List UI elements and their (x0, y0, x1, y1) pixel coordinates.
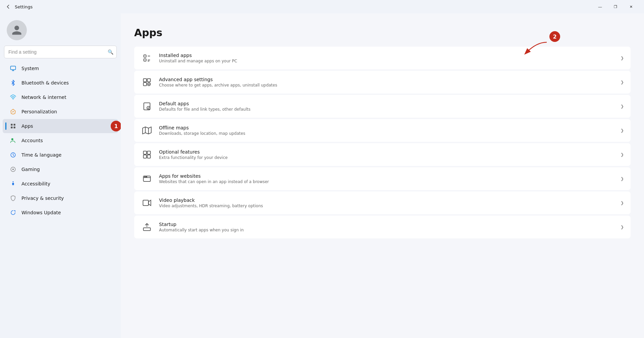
settings-item-advanced-app-settings[interactable]: Advanced app settings Choose where to ge… (134, 71, 631, 94)
optional-features-title: Optional features (159, 149, 614, 155)
main-layout: 🔍 System Bluetooth & devices (0, 13, 644, 338)
svg-rect-18 (144, 82, 147, 86)
sidebar-item-privacy[interactable]: Privacy & security (3, 191, 118, 205)
advanced-app-settings-title: Advanced app settings (159, 77, 614, 82)
gaming-icon (9, 166, 17, 173)
titlebar: Settings — ❐ ✕ (0, 0, 644, 13)
annotation-badge-1: 1 (111, 121, 121, 131)
sidebar-nav: System Bluetooth & devices Network & int… (0, 61, 121, 220)
sidebar-item-bluetooth[interactable]: Bluetooth & devices (3, 76, 118, 90)
svg-point-6 (11, 138, 13, 140)
sidebar-item-accessibility[interactable]: Accessibility (3, 177, 118, 191)
apps-for-websites-text: Apps for websites Websites that can open… (159, 173, 614, 184)
apps-for-websites-desc: Websites that can open in an app instead… (159, 179, 614, 184)
minimize-button[interactable]: — (592, 1, 608, 12)
sidebar-label-gaming: Gaming (21, 167, 40, 172)
sidebar-label-update: Windows Update (21, 210, 61, 215)
avatar (7, 20, 27, 40)
settings-list: Installed apps Uninstall and manage apps… (134, 47, 631, 238)
settings-item-optional-features[interactable]: Optional features Extra functionality fo… (134, 143, 631, 166)
page-title: Apps (134, 27, 631, 39)
svg-rect-11 (144, 55, 146, 57)
startup-text: Startup Automatically start apps when yo… (159, 222, 614, 232)
chevron-icon: ❯ (621, 128, 624, 133)
sidebar-item-network[interactable]: Network & internet (3, 90, 118, 104)
svg-rect-30 (144, 228, 151, 230)
back-icon[interactable] (5, 4, 11, 9)
chevron-icon: ❯ (621, 80, 624, 84)
window-controls: — ❐ ✕ (592, 1, 639, 12)
settings-item-apps-for-websites[interactable]: Apps for websites Websites that can open… (134, 167, 631, 190)
sidebar-item-gaming[interactable]: Gaming (3, 162, 118, 176)
svg-rect-22 (144, 151, 147, 154)
optional-features-text: Optional features Extra functionality fo… (159, 149, 614, 160)
restore-button[interactable]: ❐ (608, 1, 623, 12)
startup-title: Startup (159, 222, 614, 227)
search-input[interactable] (4, 46, 117, 58)
offline-maps-title: Offline maps (159, 125, 614, 130)
svg-rect-29 (143, 200, 148, 206)
svg-point-27 (145, 176, 145, 177)
search-box: 🔍 (4, 46, 117, 58)
chevron-icon: ❯ (621, 104, 624, 109)
optional-features-desc: Extra functionality for your device (159, 155, 614, 160)
svg-rect-23 (147, 151, 150, 154)
sidebar-label-apps: Apps (21, 123, 33, 129)
sidebar-item-update[interactable]: Windows Update (3, 206, 118, 220)
svg-rect-4 (11, 127, 12, 128)
startup-icon (141, 221, 153, 233)
close-button[interactable]: ✕ (623, 1, 639, 12)
sidebar-label-time: Time & language (21, 152, 61, 158)
sidebar-label-accounts: Accounts (21, 138, 43, 143)
sidebar-label-network: Network & internet (21, 95, 66, 100)
offline-maps-text: Offline maps Downloads, storage location… (159, 125, 614, 136)
apps-icon (9, 122, 17, 130)
video-playback-text: Video playback Video adjustments, HDR st… (159, 198, 614, 208)
sidebar-item-accounts[interactable]: Accounts (3, 133, 118, 148)
update-icon (9, 209, 17, 216)
privacy-icon (9, 194, 17, 202)
svg-rect-3 (14, 124, 15, 125)
sidebar-label-privacy: Privacy & security (21, 195, 64, 201)
accounts-icon (9, 137, 17, 144)
sidebar-label-system: System (21, 66, 39, 71)
chevron-icon: ❯ (621, 176, 624, 181)
chevron-icon: ❯ (621, 201, 624, 205)
chevron-icon: ❯ (621, 56, 624, 60)
advanced-app-settings-text: Advanced app settings Choose where to ge… (159, 77, 614, 88)
settings-item-startup[interactable]: Startup Automatically start apps when yo… (134, 216, 631, 238)
sidebar-item-time[interactable]: Time & language (3, 148, 118, 162)
svg-rect-17 (147, 79, 150, 82)
maps-icon (141, 124, 153, 136)
default-apps-icon (141, 100, 153, 112)
time-icon (9, 151, 17, 159)
settings-item-installed-apps[interactable]: Installed apps Uninstall and manage apps… (134, 47, 631, 69)
sidebar: 🔍 System Bluetooth & devices (0, 13, 121, 338)
app-title: Settings (15, 4, 33, 9)
installed-apps-desc: Uninstall and manage apps on your PC (159, 59, 614, 63)
video-playback-title: Video playback (159, 198, 614, 203)
chevron-icon: ❯ (621, 152, 624, 157)
accessibility-icon (9, 180, 17, 187)
settings-item-offline-maps[interactable]: Offline maps Downloads, storage location… (134, 119, 631, 142)
sidebar-item-personalization[interactable]: Personalization (3, 105, 118, 119)
startup-desc: Automatically start apps when you sign i… (159, 228, 614, 232)
advanced-app-settings-desc: Choose where to get apps, archive apps, … (159, 83, 614, 88)
settings-item-default-apps[interactable]: Default apps Defaults for file and link … (134, 95, 631, 118)
default-apps-desc: Defaults for file and link types, other … (159, 107, 614, 112)
svg-point-28 (146, 176, 147, 177)
settings-item-video-playback[interactable]: Video playback Video adjustments, HDR st… (134, 191, 631, 214)
user-icon (11, 24, 22, 36)
svg-rect-24 (144, 155, 147, 158)
installed-apps-text: Installed apps Uninstall and manage apps… (159, 53, 614, 63)
video-playback-desc: Video adjustments, HDR streaming, batter… (159, 204, 614, 208)
user-profile (0, 13, 121, 46)
sidebar-item-apps[interactable]: Apps 1 (3, 119, 118, 133)
bluetooth-icon (9, 79, 17, 87)
video-icon (141, 197, 153, 209)
sidebar-item-system[interactable]: System (3, 61, 118, 75)
svg-rect-25 (147, 155, 150, 158)
svg-point-10 (13, 181, 14, 182)
svg-rect-12 (144, 59, 146, 61)
network-icon (9, 94, 17, 101)
